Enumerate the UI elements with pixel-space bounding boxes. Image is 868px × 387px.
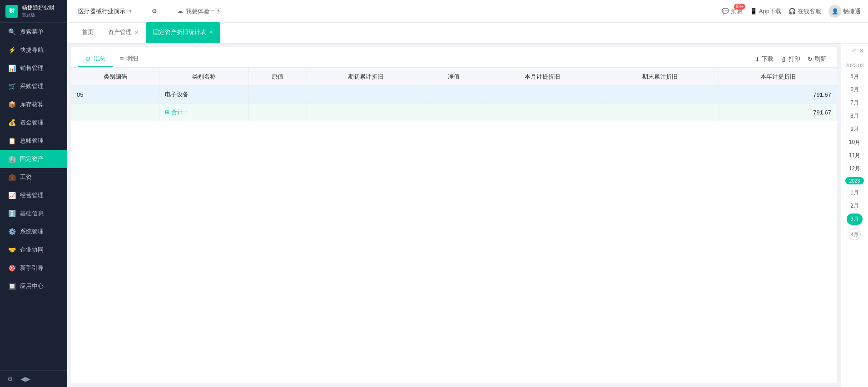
tab-depreciation-report[interactable]: 固定资产折旧统计表 ✕ bbox=[146, 22, 220, 43]
col-net: 净值 bbox=[425, 68, 483, 86]
topbar-right: 💬 消息 99+ 📱 App下载 🎧 在线客服 👤 畅捷通 bbox=[722, 5, 861, 18]
sidebar-item-label: 快捷导航 bbox=[20, 46, 44, 54]
month-5[interactable]: 5月 bbox=[841, 70, 868, 83]
month-10[interactable]: 10月 bbox=[841, 136, 868, 149]
collapse-icon[interactable]: ◀▶ bbox=[20, 375, 30, 382]
topbar: 医疗器械行业演示 ▼ ⚙ ☁ 我要体验一下 💬 消息 99+ 📱 App下载 🎧… bbox=[67, 0, 868, 23]
download-icon: 📱 bbox=[750, 8, 757, 15]
online-service-label: 在线客服 bbox=[798, 7, 821, 15]
summary-tab-label: 汇总 bbox=[94, 55, 105, 63]
sidebar-item-label: 固定资产 bbox=[20, 155, 44, 163]
year-label-top: 2023.03 bbox=[846, 61, 864, 70]
sidebar-item-sales[interactable]: 📊 销售管理 bbox=[0, 59, 67, 77]
table-header-row: 类别编码 类别名称 原值 期初累计折旧 净值 本月计提折旧 期末累计折旧 本年计… bbox=[71, 68, 837, 86]
username: 畅捷通 bbox=[843, 7, 861, 15]
sidebar-item-label: 系统管理 bbox=[20, 228, 44, 236]
messages-button[interactable]: 💬 消息 99+ bbox=[722, 7, 743, 15]
print-button[interactable]: 🖨 打印 bbox=[777, 53, 804, 65]
month-7[interactable]: 7月 bbox=[841, 96, 868, 109]
sub-tabs: ⊙ 汇总 ≡ 明细 ⬇ 下载 🖨 打印 ↻ bbox=[71, 47, 837, 68]
purchase-icon: 🛒 bbox=[7, 82, 16, 91]
company-name: 医疗器械行业演示 bbox=[78, 7, 125, 15]
sidebar-item-operations[interactable]: 📈 经营管理 bbox=[0, 186, 67, 204]
month-3-selected[interactable]: 3月 bbox=[847, 213, 863, 225]
sidebar-item-finance[interactable]: 💰 资金管理 bbox=[0, 114, 67, 132]
page-content: ⊙ 汇总 ≡ 明细 ⬇ 下载 🖨 打印 ↻ bbox=[71, 47, 837, 383]
summary-initial-accum bbox=[307, 104, 425, 121]
row-net bbox=[425, 86, 483, 104]
sidebar-logo: 财 畅捷通好业财 普及版 bbox=[0, 0, 67, 23]
sidebar-item-fixed-assets[interactable]: 🏢 固定资产 bbox=[0, 150, 67, 168]
app-download-button[interactable]: 📱 App下载 bbox=[750, 7, 781, 15]
row-monthly-dep bbox=[483, 86, 601, 104]
sidebar-item-label: 销售管理 bbox=[20, 64, 44, 72]
sidebar-nav: 🔍 搜索菜单 ⚡ 快捷导航 📊 销售管理 🛒 采购管理 📦 库存核算 💰 资金管… bbox=[0, 23, 67, 370]
month-12[interactable]: 12月 bbox=[841, 162, 868, 175]
experience-label: 我要体验一下 bbox=[186, 7, 221, 15]
user-profile[interactable]: 👤 畅捷通 bbox=[828, 5, 861, 18]
col-code: 类别编码 bbox=[71, 68, 159, 86]
month-2[interactable]: 2月 bbox=[841, 199, 868, 213]
app-download-label: App下载 bbox=[759, 7, 781, 15]
sidebar-item-label: 经营管理 bbox=[20, 191, 44, 199]
panel-close-button[interactable]: ✕ bbox=[859, 47, 864, 55]
summary-icon: ⊞ bbox=[165, 109, 169, 115]
service-icon: 🎧 bbox=[789, 8, 796, 15]
sidebar-item-basic-info[interactable]: ℹ️ 基础信息 bbox=[0, 204, 67, 223]
tab-asset-mgmt[interactable]: 资产管理 ✕ bbox=[101, 22, 146, 43]
sidebar-item-label: 工资 bbox=[20, 173, 32, 181]
experience-button[interactable]: ☁ 我要体验一下 bbox=[173, 5, 226, 17]
row-name: 电子设备 bbox=[159, 86, 249, 104]
refresh-icon: ↻ bbox=[808, 56, 813, 63]
sidebar-item-ledger[interactable]: 📋 总账管理 bbox=[0, 132, 67, 150]
sidebar-item-quick-nav[interactable]: ⚡ 快捷导航 bbox=[0, 41, 67, 59]
sidebar-item-guide[interactable]: 🎯 新手引导 bbox=[0, 259, 67, 277]
asset-mgmt-close-icon[interactable]: ✕ bbox=[134, 30, 139, 35]
operations-icon: 📈 bbox=[7, 191, 16, 200]
month-11[interactable]: 11月 bbox=[841, 149, 868, 162]
sidebar-item-purchase[interactable]: 🛒 采购管理 bbox=[0, 77, 67, 95]
sidebar-item-label: 库存核算 bbox=[20, 100, 44, 109]
sidebar-bottom: ⚙ ◀▶ bbox=[0, 370, 67, 387]
panel-expand-button[interactable]: ⤢ bbox=[852, 47, 856, 54]
avatar: 👤 bbox=[828, 5, 841, 18]
summary-label: ⊞ 合计： bbox=[165, 108, 243, 116]
summary-row: ⊞ 合计： 791.67 bbox=[71, 104, 837, 121]
sub-tab-summary[interactable]: ⊙ 汇总 bbox=[78, 51, 113, 67]
sidebar-item-label: 总账管理 bbox=[20, 137, 44, 145]
col-end-accum: 期末累计折旧 bbox=[601, 68, 719, 86]
sidebar-item-search[interactable]: 🔍 搜索菜单 bbox=[0, 23, 67, 41]
sidebar-item-label: 应用中心 bbox=[20, 282, 44, 290]
sidebar-item-enterprise[interactable]: 🤝 企业协同 bbox=[0, 241, 67, 259]
settings-icon[interactable]: ⚙ bbox=[7, 375, 13, 382]
month-8[interactable]: 8月 bbox=[841, 109, 868, 123]
sub-tab-detail[interactable]: ≡ 明细 bbox=[113, 51, 145, 67]
refresh-button[interactable]: ↻ 刷新 bbox=[804, 53, 830, 65]
company-selector[interactable]: 医疗器械行业演示 ▼ bbox=[74, 5, 136, 17]
print-label: 打印 bbox=[789, 55, 800, 63]
row-code: 05 bbox=[71, 86, 159, 104]
month-9[interactable]: 9月 bbox=[841, 123, 868, 136]
depreciation-report-close-icon[interactable]: ✕ bbox=[209, 30, 213, 35]
settings-button[interactable]: ⚙ bbox=[148, 5, 161, 18]
app-edition: 普及版 bbox=[22, 12, 55, 18]
month-4[interactable]: 4月 bbox=[841, 226, 868, 243]
date-list: 2023.03 5月 6月 7月 8月 9月 10月 11月 12月 2023 … bbox=[841, 61, 868, 243]
tabs-bar: 首页 资产管理 ✕ 固定资产折旧统计表 ✕ bbox=[67, 23, 868, 44]
download-button[interactable]: ⬇ 下载 bbox=[751, 53, 777, 65]
ledger-icon: 📋 bbox=[7, 136, 16, 145]
online-service-button[interactable]: 🎧 在线客服 bbox=[789, 7, 821, 15]
month-6[interactable]: 6月 bbox=[841, 83, 868, 96]
sidebar-item-app-center[interactable]: 🔲 应用中心 bbox=[0, 277, 67, 295]
row-end-accum bbox=[601, 86, 719, 104]
sidebar-item-payroll[interactable]: 💼 工资 bbox=[0, 168, 67, 186]
sidebar-item-inventory[interactable]: 📦 库存核算 bbox=[0, 95, 67, 114]
right-date-panel: ⤢ ✕ 2023.03 5月 6月 7月 8月 9月 10月 11月 12月 2… bbox=[841, 44, 868, 387]
payroll-icon: 💼 bbox=[7, 173, 16, 182]
year-2023-badge[interactable]: 2023 bbox=[845, 177, 863, 184]
month-4-circle[interactable]: 4月 bbox=[849, 228, 861, 240]
tab-home[interactable]: 首页 bbox=[74, 22, 101, 43]
summary-annual-dep: 791.67 bbox=[719, 104, 837, 121]
month-1[interactable]: 1月 bbox=[841, 186, 868, 199]
sidebar-item-system[interactable]: ⚙️ 系统管理 bbox=[0, 223, 67, 241]
